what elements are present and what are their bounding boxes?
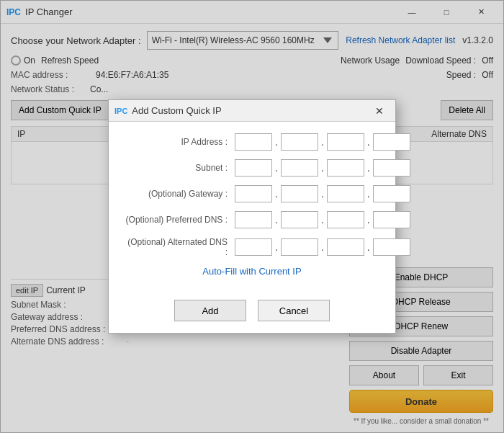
subnet-inputs: . . . bbox=[235, 159, 410, 177]
preferred-dns-octet-2[interactable] bbox=[281, 211, 318, 228]
preferred-dns-field-label: (Optional) Preferred DNS : bbox=[123, 215, 235, 225]
gateway-field-row: (Optional) Gateway : . . . bbox=[123, 185, 381, 202]
alternated-dns-field-label: (Optional) Alternated DNS : bbox=[123, 237, 235, 257]
subnet-octet-3[interactable] bbox=[327, 159, 364, 177]
gateway-octet-3[interactable] bbox=[327, 185, 364, 202]
alternated-dns-dot-3: . bbox=[367, 241, 370, 253]
subnet-field-row: Subnet : . . . bbox=[123, 159, 381, 177]
gateway-octet-4[interactable] bbox=[373, 185, 410, 202]
gateway-field-label: (Optional) Gateway : bbox=[123, 189, 235, 199]
preferred-dns-octet-4[interactable] bbox=[373, 211, 410, 228]
modal-overlay: IPC Add Custom Quick IP ✕ IP Address : .… bbox=[1, 1, 503, 432]
alternated-dns-octet-4[interactable] bbox=[373, 238, 410, 256]
modal-body: IP Address : . . . Subnet : bbox=[109, 122, 395, 300]
gateway-dot-1: . bbox=[275, 188, 278, 200]
alternated-dns-field-row: (Optional) Alternated DNS : . . . bbox=[123, 237, 381, 257]
modal-cancel-button[interactable]: Cancel bbox=[258, 300, 330, 321]
ip-octet-4[interactable] bbox=[373, 133, 410, 151]
preferred-dns-field-row: (Optional) Preferred DNS : . . . bbox=[123, 211, 381, 228]
ip-address-label: IP Address : bbox=[123, 137, 235, 147]
preferred-dns-dot-1: . bbox=[275, 214, 278, 226]
ip-octet-2[interactable] bbox=[281, 133, 318, 151]
ip-octet-1[interactable] bbox=[235, 133, 272, 151]
subnet-dot-2: . bbox=[321, 162, 324, 174]
subnet-dot-3: . bbox=[367, 162, 370, 174]
auto-fill-link[interactable]: Auto-Fill with Current IP bbox=[123, 266, 381, 277]
subnet-octet-4[interactable] bbox=[373, 159, 410, 177]
main-window: IPC IP Changer — □ ✕ Choose your Network… bbox=[0, 0, 504, 433]
modal-footer: Add Cancel bbox=[109, 300, 395, 333]
preferred-dns-dot-3: . bbox=[367, 214, 370, 226]
subnet-octet-1[interactable] bbox=[235, 159, 272, 177]
preferred-dns-octet-1[interactable] bbox=[235, 211, 272, 228]
modal-icon: IPC bbox=[114, 107, 127, 115]
alternated-dns-octet-2[interactable] bbox=[281, 238, 318, 256]
alternated-dns-dot-2: . bbox=[321, 241, 324, 253]
gateway-dot-2: . bbox=[321, 188, 324, 200]
alternated-dns-inputs: . . . bbox=[235, 238, 410, 256]
ip-dot-1: . bbox=[275, 136, 278, 148]
alternated-dns-dot-1: . bbox=[275, 241, 278, 253]
alternated-dns-octet-3[interactable] bbox=[327, 238, 364, 256]
gateway-octet-1[interactable] bbox=[235, 185, 272, 202]
ip-address-inputs: . . . bbox=[235, 133, 410, 151]
gateway-inputs: . . . bbox=[235, 185, 410, 202]
modal-add-button[interactable]: Add bbox=[174, 300, 246, 321]
gateway-octet-2[interactable] bbox=[281, 185, 318, 202]
modal-title-bar: IPC Add Custom Quick IP ✕ bbox=[109, 100, 395, 122]
subnet-field-label: Subnet : bbox=[123, 163, 235, 173]
modal-title: Add Custom Quick IP bbox=[132, 105, 369, 116]
modal-close-button[interactable]: ✕ bbox=[369, 101, 390, 121]
preferred-dns-inputs: . . . bbox=[235, 211, 410, 228]
ip-octet-3[interactable] bbox=[327, 133, 364, 151]
ip-dot-3: . bbox=[367, 136, 370, 148]
preferred-dns-dot-2: . bbox=[321, 214, 324, 226]
ip-address-row: IP Address : . . . bbox=[123, 133, 381, 151]
add-custom-modal: IPC Add Custom Quick IP ✕ IP Address : .… bbox=[108, 99, 396, 334]
ip-dot-2: . bbox=[321, 136, 324, 148]
preferred-dns-octet-3[interactable] bbox=[327, 211, 364, 228]
alternated-dns-octet-1[interactable] bbox=[235, 238, 272, 256]
gateway-dot-3: . bbox=[367, 188, 370, 200]
subnet-octet-2[interactable] bbox=[281, 159, 318, 177]
subnet-dot-1: . bbox=[275, 162, 278, 174]
